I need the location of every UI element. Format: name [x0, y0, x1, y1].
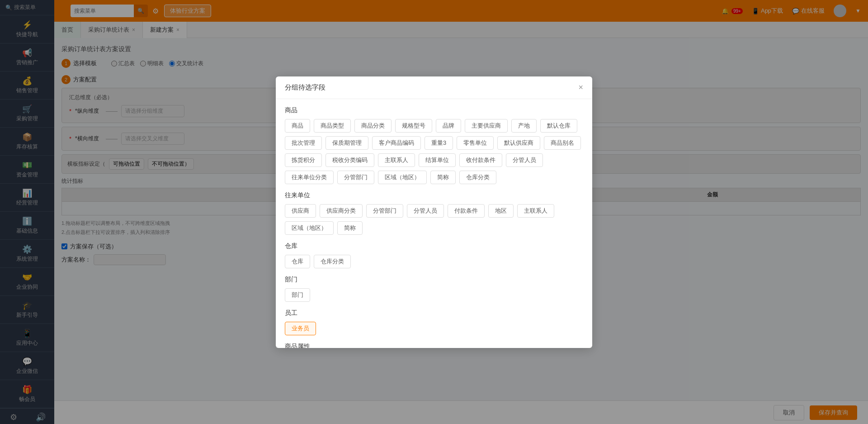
chip-manager-partner[interactable]: 分管人员	[407, 204, 444, 218]
field-group-goods: 商品 商品 商品类型 商品分类 规格型号 品牌 主要供应商 产地 默认仓库 批次…	[285, 106, 583, 184]
chip-short-name-partner[interactable]: 简称	[337, 221, 363, 235]
staff-group-title: 员工	[285, 309, 583, 317]
chip-pick-points[interactable]: 拣货积分	[285, 153, 322, 167]
field-group-staff: 员工 业务员	[285, 309, 583, 335]
chip-customer-code[interactable]: 客户商品编码	[372, 136, 421, 150]
chip-origin[interactable]: 产地	[511, 119, 537, 133]
warehouse-chips: 仓库 仓库分类	[285, 255, 583, 268]
chip-brand[interactable]: 品牌	[436, 119, 461, 133]
field-select-modal: 分组待选字段 × 商品 商品 商品类型 商品分类 规格型号 品牌 主要供应商 产…	[276, 76, 592, 348]
chip-dept-partner[interactable]: 分管部门	[366, 204, 403, 218]
chip-department[interactable]: 部门	[285, 288, 310, 302]
chip-retail-unit[interactable]: 零售单位	[457, 136, 494, 150]
chip-partner-category[interactable]: 往来单位分类	[285, 171, 334, 184]
chip-region-partner[interactable]: 区域（地区）	[285, 221, 334, 235]
warehouse-group-title: 仓库	[285, 242, 583, 250]
modal-close-btn[interactable]: ×	[578, 83, 583, 92]
department-chips: 部门	[285, 288, 583, 302]
chip-batch-mgmt[interactable]: 批次管理	[285, 136, 322, 150]
chip-main-supplier[interactable]: 主要供应商	[465, 119, 508, 133]
chip-short-name-goods[interactable]: 简称	[430, 171, 456, 184]
department-group-title: 部门	[285, 276, 583, 284]
chip-weight3[interactable]: 重量3	[425, 136, 453, 150]
chip-dept[interactable]: 分管部门	[337, 171, 374, 184]
chip-warehouse[interactable]: 仓库	[285, 255, 310, 268]
chip-goods-type[interactable]: 商品类型	[314, 119, 351, 133]
product-attr-group-title: 商品属性	[285, 343, 583, 348]
staff-chips: 业务员	[285, 322, 583, 335]
modal-body: 商品 商品 商品类型 商品分类 规格型号 品牌 主要供应商 产地 默认仓库 批次…	[276, 99, 592, 348]
partners-chips: 供应商 供应商分类 分管部门 分管人员 付款条件 地区 主联系人 区域（地区） …	[285, 204, 583, 235]
chip-supplier-category[interactable]: 供应商分类	[320, 204, 363, 218]
modal-title: 分组待选字段	[285, 83, 326, 92]
chip-spec-model[interactable]: 规格型号	[395, 119, 432, 133]
chip-quality-mgmt[interactable]: 保质期管理	[326, 136, 368, 150]
field-group-partners: 往来单位 供应商 供应商分类 分管部门 分管人员 付款条件 地区 主联系人 区域…	[285, 191, 583, 235]
chip-default-warehouse[interactable]: 默认仓库	[540, 119, 577, 133]
chip-tax-code[interactable]: 税收分类编码	[326, 153, 374, 167]
chip-goods[interactable]: 商品	[285, 119, 310, 133]
chip-manager[interactable]: 分管人员	[506, 153, 543, 167]
field-group-warehouse: 仓库 仓库 仓库分类	[285, 242, 583, 268]
chip-warehouse-cat[interactable]: 仓库分类	[314, 255, 351, 268]
chip-default-supplier[interactable]: 默认供应商	[497, 136, 540, 150]
chip-goods-alias[interactable]: 商品别名	[544, 136, 581, 150]
chip-payment-cond[interactable]: 付款条件	[448, 204, 485, 218]
goods-chips: 商品 商品类型 商品分类 规格型号 品牌 主要供应商 产地 默认仓库 批次管理 …	[285, 119, 583, 184]
chip-region-goods[interactable]: 区域（地区）	[378, 171, 427, 184]
modal-header: 分组待选字段 ×	[276, 76, 592, 99]
partners-group-title: 往来单位	[285, 191, 583, 200]
goods-group-title: 商品	[285, 106, 583, 114]
chip-main-contact-partner[interactable]: 主联系人	[517, 204, 554, 218]
chip-payment-terms[interactable]: 收付款条件	[459, 153, 502, 167]
modal-overlay: 分组待选字段 × 商品 商品 商品类型 商品分类 规格型号 品牌 主要供应商 产…	[0, 0, 868, 424]
chip-supplier[interactable]: 供应商	[285, 204, 316, 218]
chip-goods-category[interactable]: 商品分类	[354, 119, 392, 133]
chip-salesperson[interactable]: 业务员	[285, 322, 316, 335]
field-group-department: 部门 部门	[285, 276, 583, 302]
chip-warehouse-category[interactable]: 仓库分类	[459, 171, 496, 184]
chip-settlement-unit[interactable]: 结算单位	[419, 153, 456, 167]
chip-main-contact[interactable]: 主联系人	[378, 153, 415, 167]
chip-area[interactable]: 地区	[488, 204, 514, 218]
field-group-product-attr: 商品属性 属性 颜色 多规格 尺码 鞋码 1	[285, 343, 583, 348]
